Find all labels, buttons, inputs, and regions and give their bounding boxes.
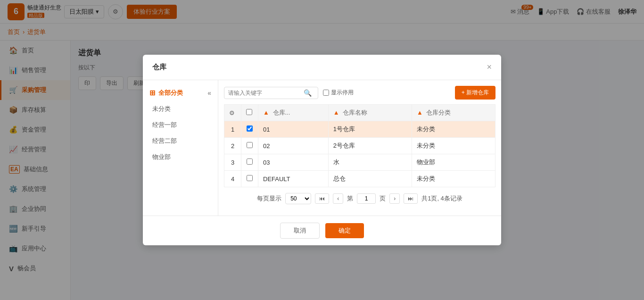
page-unit-label: 页	[380, 194, 386, 203]
dialog-title: 仓库	[152, 63, 166, 72]
row-name: 1号仓库	[328, 121, 412, 138]
category-item-ops2[interactable]: 经营二部	[143, 133, 218, 149]
row-checkbox[interactable]	[247, 175, 253, 181]
all-categories[interactable]: ⊞ 全部分类	[149, 89, 183, 97]
first-page-button[interactable]: ⏮	[315, 193, 329, 204]
table-row[interactable]: 1 01 1号仓库 未分类	[224, 121, 495, 138]
th-settings: ⚙	[224, 105, 241, 121]
warehouse-table: ⚙ ▲ 仓库... ▲	[224, 104, 495, 187]
category-item-property[interactable]: 物业部	[143, 149, 218, 165]
row-num: 1	[224, 121, 241, 138]
table-container: ⚙ ▲ 仓库... ▲	[224, 104, 495, 187]
dialog-header: 仓库 ×	[143, 55, 501, 80]
row-code: 03	[258, 154, 329, 171]
row-code: 01	[258, 121, 329, 138]
row-name: 2号仓库	[328, 138, 412, 154]
row-checkbox-cell	[241, 121, 258, 138]
row-num: 2	[224, 138, 241, 154]
row-category: 未分类	[412, 171, 495, 187]
category-panel: ⊞ 全部分类 « 未分类 经营一部 经营二部 物业部	[143, 80, 218, 216]
dialog-close-button[interactable]: ×	[487, 62, 492, 72]
row-num: 4	[224, 171, 241, 187]
row-checkbox[interactable]	[247, 158, 253, 165]
category-header: ⊞ 全部分类 «	[143, 85, 218, 101]
row-category: 物业部	[412, 154, 495, 171]
th-code: ▲ 仓库...	[258, 105, 329, 121]
collapse-button[interactable]: «	[207, 89, 211, 97]
per-page-label: 每页显示	[257, 194, 281, 203]
th-category: ▲ 仓库分类	[412, 105, 495, 121]
show-disabled-label: 显示停用	[323, 89, 354, 97]
pagination: 每页显示 50 100 ⏮ ‹ 第 页 › ⏭ 共1页, 4条记录	[224, 187, 495, 210]
page-label: 第	[347, 194, 353, 203]
settings-icon: ⚙	[229, 109, 235, 117]
confirm-button[interactable]: 确定	[325, 223, 364, 238]
warehouse-dialog: 仓库 × ⊞ 全部分类 « 未分类 经营一部 经营二部 物业部	[143, 55, 501, 245]
category-item-unclassified[interactable]: 未分类	[143, 101, 218, 117]
show-disabled-checkbox[interactable]	[323, 90, 329, 96]
add-warehouse-button[interactable]: + 新增仓库	[455, 86, 495, 100]
show-disabled-text: 显示停用	[331, 89, 354, 97]
table-panel: 🔍 显示停用 + 新增仓库 ⚙	[218, 80, 501, 216]
row-checkbox[interactable]	[247, 125, 253, 132]
row-code: 02	[258, 138, 329, 154]
all-categories-label: 全部分类	[158, 89, 183, 97]
dialog-footer: 取消 确定	[143, 216, 501, 245]
table-toolbar: 🔍 显示停用 + 新增仓库	[224, 86, 495, 100]
th-checkbox	[241, 105, 258, 121]
row-category: 未分类	[412, 121, 495, 138]
table-row[interactable]: 4 DEFAULT 总仓 未分类	[224, 171, 495, 187]
pagination-total: 共1页, 4条记录	[421, 194, 462, 203]
row-name: 水	[328, 154, 412, 171]
page-input[interactable]	[357, 193, 376, 204]
per-page-select[interactable]: 50 100	[285, 193, 311, 204]
row-category: 未分类	[412, 138, 495, 154]
row-checkbox[interactable]	[247, 142, 253, 148]
row-num: 3	[224, 154, 241, 171]
category-item-ops1[interactable]: 经营一部	[143, 117, 218, 133]
modal-overlay[interactable]: 仓库 × ⊞ 全部分类 « 未分类 经营一部 经营二部 物业部	[0, 0, 644, 300]
table-row[interactable]: 3 03 水 物业部	[224, 154, 495, 171]
search-input-wrap: 🔍	[224, 87, 318, 99]
row-code: DEFAULT	[258, 171, 329, 187]
row-name: 总仓	[328, 171, 412, 187]
grid-icon: ⊞	[149, 89, 156, 97]
cancel-button[interactable]: 取消	[280, 223, 320, 239]
search-input[interactable]	[228, 90, 304, 96]
last-page-button[interactable]: ⏭	[404, 193, 418, 204]
row-checkbox-cell	[241, 154, 258, 171]
row-checkbox-cell	[241, 138, 258, 154]
prev-page-button[interactable]: ‹	[333, 193, 343, 204]
row-checkbox-cell	[241, 171, 258, 187]
table-row[interactable]: 2 02 2号仓库 未分类	[224, 138, 495, 154]
dialog-body: ⊞ 全部分类 « 未分类 经营一部 经营二部 物业部 🔍	[143, 80, 501, 216]
next-page-button[interactable]: ›	[389, 193, 400, 204]
search-icon[interactable]: 🔍	[304, 89, 312, 97]
select-all-checkbox[interactable]	[246, 109, 252, 115]
th-name: ▲ 仓库名称	[328, 105, 412, 121]
